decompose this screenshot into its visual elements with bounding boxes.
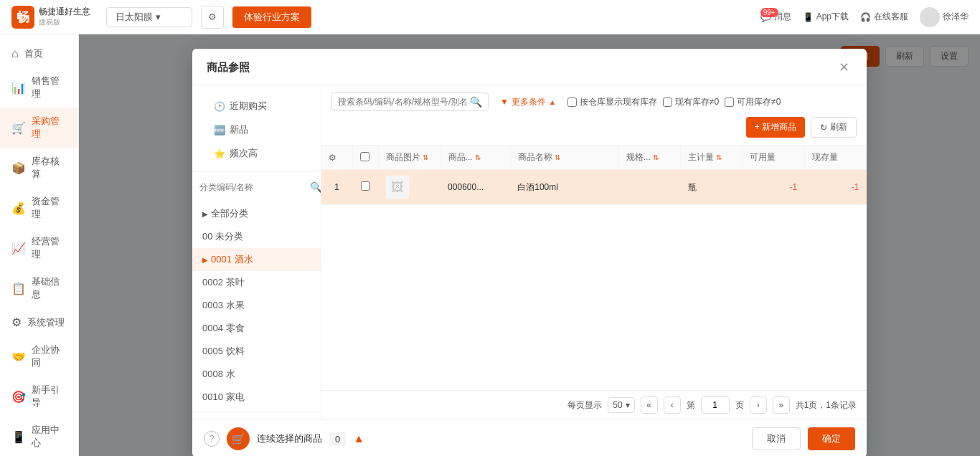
settings-icon[interactable]: ⚙ — [329, 153, 336, 163]
sort-icon[interactable]: ⇅ — [423, 153, 428, 161]
row-checkbox[interactable] — [361, 181, 370, 191]
available-nonzero-checkbox[interactable] — [725, 98, 734, 107]
sidebar-item-guide[interactable]: 🎯 新手引导 — [0, 376, 78, 417]
recent-icon: 🕐 — [214, 101, 225, 112]
selected-products-label: 连续选择的商品 — [257, 432, 322, 445]
online-service-item[interactable]: 🎧 在线客服 — [860, 11, 908, 23]
page-size-select[interactable]: 50 ▾ — [608, 397, 634, 413]
cat-tree-0003[interactable]: 0003 水果 — [192, 294, 321, 317]
last-page-button[interactable]: » — [773, 396, 790, 414]
sidebar-label-operation: 经营管理 — [32, 235, 67, 261]
cat-tree-0002[interactable]: 0002 茶叶 — [192, 271, 321, 294]
th-spec: 规格... ⇅ — [618, 146, 680, 170]
chevron-up-icon: ▲ — [549, 98, 556, 106]
product-search-input[interactable] — [338, 97, 467, 107]
cat-item-recent[interactable]: 🕐 近期购买 — [205, 95, 308, 118]
cat-tree-0005[interactable]: 0005 饮料 — [192, 340, 321, 363]
modal-overlay: 商品参照 ✕ 🕐 近期购买 🆕 — [79, 34, 980, 456]
cat-label-0003: 0003 水果 — [202, 299, 245, 312]
table-row[interactable]: 1 🖼 000600... — [321, 170, 867, 205]
system-icon: ⚙ — [11, 315, 22, 329]
search-icon[interactable]: 🔍 — [470, 96, 482, 108]
sidebar-label-sales: 销售管理 — [32, 75, 67, 100]
collapse-arrow-icon[interactable]: ▲ — [353, 432, 364, 445]
nonzero-stock-checkbox[interactable] — [663, 98, 672, 107]
cat-item-frequent[interactable]: ⭐ 频次高 — [205, 142, 308, 165]
sidebar-item-system[interactable]: ⚙ 系统管理 — [0, 308, 78, 336]
sidebar-item-apps[interactable]: 📱 应用中心 — [0, 417, 78, 456]
category-search-input[interactable] — [199, 182, 307, 192]
sidebar-item-inventory[interactable]: 📦 库存核算 — [0, 148, 78, 188]
filter-button[interactable]: ▼ 更多条件 ▲ — [494, 93, 562, 111]
cat-tree-0001[interactable]: ▶ 0001 酒水 — [192, 248, 321, 271]
enterprise-icon: 🤝 — [11, 350, 26, 364]
checkbox-available-nonzero[interactable]: 可用库存≠0 — [725, 96, 781, 108]
apps-icon: 📱 — [11, 430, 26, 444]
cat-tree-0010[interactable]: 0010 家电 — [192, 386, 321, 409]
checkbox-by-warehouse[interactable]: 按仓库显示现有库存 — [567, 96, 657, 108]
filter-icon: ▼ — [500, 97, 509, 107]
cat-tree-0008[interactable]: 0008 水 — [192, 363, 321, 386]
sidebar-item-home[interactable]: ⌂ 首页 — [0, 40, 78, 67]
user-item[interactable]: 徐泽华 — [920, 7, 969, 27]
select-all-checkbox[interactable] — [360, 152, 369, 161]
main-panel: 🔍 ▼ 更多条件 ▲ 按仓库显示现有库存 — [321, 85, 867, 419]
nonzero-stock-label: 现有库存≠0 — [675, 96, 719, 108]
checkbox-nonzero-stock[interactable]: 现有库存≠0 — [663, 96, 719, 108]
operation-icon: 📈 — [11, 242, 26, 255]
th-stock: 现存量 — [804, 146, 866, 170]
sort-icon-spec[interactable]: ⇅ — [653, 153, 659, 161]
app-download-item[interactable]: 📱 App下载 — [803, 11, 849, 23]
prev-page-button[interactable]: ‹ — [664, 396, 681, 414]
sidebar-item-operation[interactable]: 📈 经营管理 — [0, 228, 78, 268]
arrow-icon-active: ▶ — [202, 256, 208, 264]
sort-icon-name[interactable]: ⇅ — [555, 153, 560, 161]
sidebar-item-enterprise[interactable]: 🤝 企业协同 — [0, 336, 78, 376]
trial-button[interactable]: 体验行业方案 — [232, 6, 311, 28]
product-toolbar: 🔍 ▼ 更多条件 ▲ 按仓库显示现有库存 — [321, 85, 867, 146]
next-page-button[interactable]: › — [750, 396, 767, 414]
sort-icon-code[interactable]: ⇅ — [475, 153, 481, 161]
new-icon: 🆕 — [214, 125, 225, 136]
inventory-icon: 📦 — [11, 161, 26, 175]
first-page-button[interactable]: « — [641, 396, 658, 414]
settings-icon[interactable]: ⚙ — [201, 6, 224, 29]
td-code: 000600... — [440, 170, 510, 205]
refresh-button[interactable]: ↻ 刷新 — [811, 117, 857, 138]
page-input[interactable] — [701, 396, 730, 414]
modal-close-button[interactable]: ✕ — [835, 59, 852, 76]
confirm-button[interactable]: 确定 — [808, 427, 855, 450]
sidebar: ⌂ 首页 📊 销售管理 🛒 采购管理 📦 库存核算 💰 资金管理 📈 经营管理 … — [0, 34, 79, 456]
messages-item[interactable]: 💬 99+ 消息 — [760, 11, 791, 23]
td-name: 白酒100ml — [510, 170, 618, 205]
username-label: 徐泽华 — [943, 11, 969, 23]
category-search-icon[interactable]: 🔍 — [310, 181, 321, 193]
td-unit: 瓶 — [681, 170, 743, 205]
cat-tree-0004[interactable]: 0004 零食 — [192, 317, 321, 340]
nav-dropdown-label: 日太阳膜 — [116, 11, 153, 24]
by-warehouse-checkbox[interactable] — [567, 98, 577, 107]
sidebar-item-purchase[interactable]: 🛒 采购管理 — [0, 108, 78, 148]
sidebar-item-sales[interactable]: 📊 销售管理 — [0, 67, 78, 108]
add-product-button[interactable]: + 新增商品 — [746, 117, 805, 138]
cat-item-new[interactable]: 🆕 新品 — [205, 118, 308, 141]
page-label: 第 — [687, 399, 695, 412]
sidebar-item-basic[interactable]: 📋 基础信息 — [0, 268, 78, 308]
footer-buttons: 取消 确定 — [752, 427, 855, 450]
basic-icon: 📋 — [11, 282, 26, 295]
sidebar-item-finance[interactable]: 💰 资金管理 — [0, 188, 78, 228]
cancel-button[interactable]: 取消 — [752, 427, 801, 450]
sort-icon-unit[interactable]: ⇅ — [716, 153, 722, 161]
cat-tree-all[interactable]: ▶ 全部分类 — [192, 202, 321, 225]
cat-tree-00[interactable]: 00 未分类 — [192, 225, 321, 248]
th-code: 商品... ⇅ — [440, 146, 510, 170]
product-reference-modal: 商品参照 ✕ 🕐 近期购买 🆕 — [192, 49, 867, 456]
th-name-label: 商品名称 — [518, 151, 552, 163]
help-icon[interactable]: ? — [204, 431, 220, 447]
page-size-value: 50 — [613, 400, 622, 410]
cart-icon-button[interactable]: 🛒 — [227, 427, 250, 450]
sidebar-label-inventory: 库存核算 — [32, 155, 67, 181]
nav-dropdown[interactable]: 日太阳膜 ▾ — [106, 7, 192, 27]
show-disabled-row: 显示停用 — [192, 412, 321, 419]
sidebar-label-guide: 新手引导 — [32, 384, 67, 409]
